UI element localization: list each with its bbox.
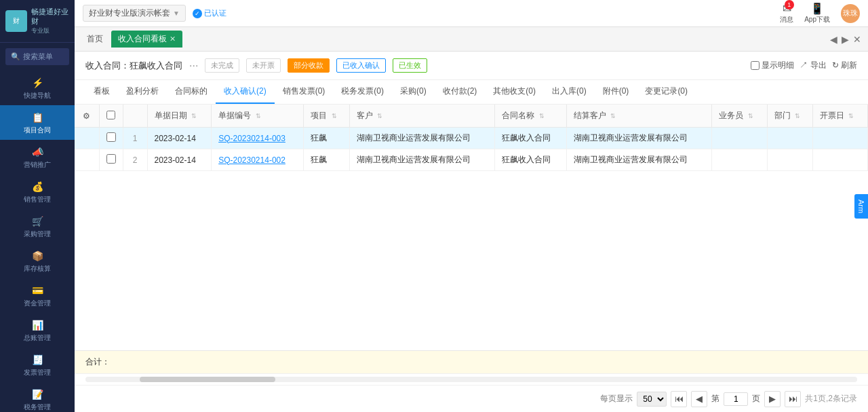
- tab-prev-icon[interactable]: ◀: [830, 34, 837, 45]
- download-icon: 📱: [810, 2, 824, 15]
- col-settle-customer[interactable]: 结算客户 ⇅: [566, 105, 712, 128]
- row-checkbox-2[interactable]: [106, 154, 116, 164]
- select-all-checkbox[interactable]: [106, 111, 115, 119]
- first-page-button[interactable]: ⏮: [671, 391, 687, 407]
- message-button[interactable]: ✉ 1 消息: [780, 2, 793, 24]
- company-arrow-icon: ▼: [173, 10, 180, 17]
- search-menu-button[interactable]: 🔍 搜索菜单: [5, 48, 69, 65]
- status-incomplete[interactable]: 未完成: [205, 58, 239, 73]
- per-page-select[interactable]: 50: [637, 392, 667, 407]
- table-row[interactable]: 2 2023-02-14 SQ-20230214-002 狂飙 湖南卫视商业运营…: [75, 149, 868, 171]
- export-button[interactable]: ↗ 导出: [800, 60, 826, 71]
- cell-customer-2: 湖南卫视商业运营发展有限公司: [349, 149, 495, 171]
- purchase-icon: 🛒: [31, 214, 44, 228]
- tab-close-icon[interactable]: ✕: [170, 35, 176, 43]
- sidebar-item-fund[interactable]: 💳 资金管理: [0, 278, 75, 313]
- tab-board[interactable]: 看板: [85, 80, 118, 104]
- refresh-icon: ↻: [832, 60, 839, 70]
- show-detail-check[interactable]: 显示明细: [751, 60, 794, 71]
- tax-icon: 📝: [31, 388, 44, 401]
- tab-tax-invoice[interactable]: 税务发票(0): [333, 80, 392, 104]
- sidebar-item-sales[interactable]: 💰 销售管理: [0, 174, 75, 209]
- sidebar-item-purchase[interactable]: 🛒 采购管理: [0, 209, 75, 244]
- tabbar-controls: ◀ ▶ ✕: [830, 34, 861, 45]
- col-num: [123, 105, 147, 128]
- summary-label: 合计：: [85, 356, 110, 368]
- company-selector[interactable]: 好业财专业版演示帐套 ▼: [83, 5, 186, 22]
- pagination: 每页显示 50 ⏮ ◀ 第 页 ▶ ⏭ 共1页,2条记录: [75, 385, 868, 412]
- table-row[interactable]: 1 2023-02-14 SQ-20230214-003 狂飙 湖南卫视商业运营…: [75, 128, 868, 149]
- row-checkbox-1[interactable]: [106, 132, 116, 142]
- company-name: 好业财专业版演示帐套: [89, 7, 170, 19]
- settings-icon[interactable]: ⚙: [83, 111, 90, 121]
- tab-out-warehouse[interactable]: 出入库(0): [544, 80, 595, 104]
- status-effective[interactable]: 已生效: [393, 58, 427, 73]
- dept-sort-icon: ⇅: [795, 113, 800, 119]
- col-project[interactable]: 项目 ⇅: [304, 105, 349, 128]
- tab-sales-invoice[interactable]: 销售发票(0): [275, 80, 334, 104]
- project-sort-icon: ⇅: [332, 113, 337, 119]
- col-customer[interactable]: 客户 ⇅: [349, 105, 495, 128]
- certified-badge: 已认证: [193, 8, 226, 18]
- topbar: 好业财专业版演示帐套 ▼ 已认证 ✉ 1 消息 📱 App下载 珠珠: [75, 0, 868, 27]
- page-label-before: 第: [711, 393, 719, 405]
- code-link-1[interactable]: SQ-20230214-003: [218, 134, 285, 143]
- tab-payment[interactable]: 收付款(2): [435, 80, 486, 104]
- cell-date-2: 2023-02-14: [147, 149, 212, 171]
- tab-purchase[interactable]: 采购(0): [392, 80, 435, 104]
- sidebar-item-marketing[interactable]: 📣 营销推广: [0, 140, 75, 174]
- tab-income-confirm[interactable]: 收入确认(2): [216, 80, 275, 104]
- user-avatar[interactable]: 珠珠: [841, 4, 860, 23]
- home-tab[interactable]: 首页: [81, 31, 108, 48]
- status-confirmed[interactable]: 已收入确认: [336, 58, 386, 73]
- content-area: 收入合同：狂飙收入合同 ··· 未完成 未开票 部分收款 已收入确认 已生效 显…: [75, 52, 868, 412]
- export-icon: ↗: [800, 60, 808, 70]
- status-nobill[interactable]: 未开票: [246, 58, 281, 73]
- refresh-button[interactable]: ↻ 刷新: [832, 60, 857, 71]
- cell-contract-2: 狂飙收入合同: [495, 149, 567, 171]
- col-settings[interactable]: ⚙: [75, 105, 99, 128]
- cell-settle-1: 湖南卫视商业运营发展有限公司: [566, 128, 712, 149]
- show-detail-checkbox[interactable]: [751, 61, 760, 70]
- cell-dept-2: [767, 149, 812, 171]
- tab-other-income[interactable]: 其他收支(0): [485, 80, 544, 104]
- contract-more-button[interactable]: ···: [189, 60, 198, 72]
- sidebar-item-project[interactable]: 📋 项目合同: [0, 105, 75, 140]
- col-contract[interactable]: 合同名称 ⇅: [495, 105, 567, 128]
- sidebar-item-inventory[interactable]: 📦 库存核算: [0, 244, 75, 278]
- cell-date-1: 2023-02-14: [147, 128, 212, 149]
- billdate-sort-icon: ⇅: [848, 113, 854, 119]
- active-tab[interactable]: 收入合同看板 ✕: [111, 31, 182, 48]
- tab-close-all-icon[interactable]: ✕: [853, 34, 861, 45]
- sidebar-item-invoice[interactable]: 🧾 发票管理: [0, 348, 75, 382]
- page-input[interactable]: [724, 392, 748, 406]
- sidebar-item-tax[interactable]: 📝 税务管理: [0, 382, 75, 412]
- col-bill-date[interactable]: 开票日 ⇅: [812, 105, 867, 128]
- cell-project-2: 狂飙: [304, 149, 349, 171]
- status-partial[interactable]: 部分收款: [288, 58, 330, 73]
- col-code[interactable]: 单据编号 ⇅: [212, 105, 304, 128]
- col-salesperson[interactable]: 业务员 ⇅: [712, 105, 767, 128]
- sidebar-item-general[interactable]: 📊 总账管理: [0, 313, 75, 348]
- right-action-button[interactable]: Arm: [854, 193, 868, 218]
- tab-profit[interactable]: 盈利分析: [118, 80, 167, 104]
- col-dept[interactable]: 部门 ⇅: [767, 105, 812, 128]
- tab-contract-std[interactable]: 合同标的: [167, 80, 216, 104]
- tab-change-log[interactable]: 变更记录(0): [637, 80, 696, 104]
- sidebar-quick-nav[interactable]: ⚡ 快捷导航: [0, 71, 75, 105]
- scrollbar-thumb[interactable]: [140, 377, 275, 382]
- col-date[interactable]: 单据日期 ⇅: [147, 105, 212, 128]
- last-page-button[interactable]: ⏭: [785, 391, 801, 407]
- cell-salesperson-2: [712, 149, 767, 171]
- contract-header-actions: 显示明细 ↗ 导出 ↻ 刷新: [751, 60, 857, 71]
- tab-next-icon[interactable]: ▶: [842, 34, 849, 45]
- prev-page-button[interactable]: ◀: [691, 391, 707, 407]
- tab-attachment[interactable]: 附件(0): [595, 80, 637, 104]
- next-page-button[interactable]: ▶: [764, 391, 781, 407]
- cell-settle-2: 湖南卫视商业运营发展有限公司: [566, 149, 712, 171]
- settle-sort-icon: ⇅: [610, 113, 616, 119]
- app-download-button[interactable]: 📱 App下载: [804, 2, 830, 24]
- tabbar: 首页 收入合同看板 ✕ ◀ ▶ ✕: [75, 27, 868, 52]
- cell-contract-1: 狂飙收入合同: [495, 128, 567, 149]
- code-link-2[interactable]: SQ-20230214-002: [218, 155, 285, 165]
